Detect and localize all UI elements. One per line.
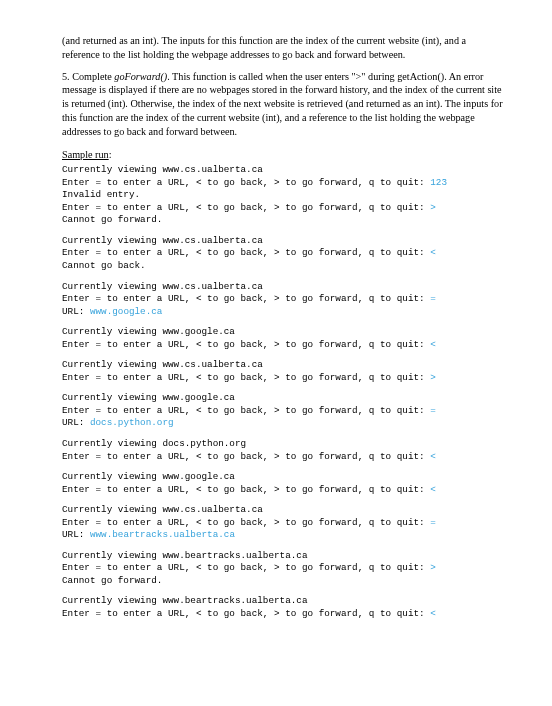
code-line: Currently viewing www.beartracks.ualbert… [62,550,504,563]
code-line: URL: docs.python.org [62,417,504,430]
code-text: Currently viewing www.cs.ualberta.ca [62,164,263,175]
user-input: www.google.ca [90,306,163,317]
paragraph-continuation: (and returned as an int). The inputs for… [62,34,504,62]
code-text: Currently viewing www.beartracks.ualbert… [62,595,307,606]
user-input: 123 [430,177,447,188]
code-text: Cannot go back. [62,260,146,271]
code-block: Currently viewing docs.python.orgEnter =… [62,438,504,463]
code-text: URL: [62,306,90,317]
code-text: Enter = to enter a URL, < to go back, > … [62,339,430,350]
code-line: Enter = to enter a URL, < to go back, > … [62,293,504,306]
document-page: (and returned as an int). The inputs for… [0,0,552,649]
code-text: Currently viewing www.google.ca [62,471,235,482]
code-block: Currently viewing www.google.caEnter = t… [62,392,504,430]
code-text: Cannot go forward. [62,214,162,225]
code-line: Enter = to enter a URL, < to go back, > … [62,562,504,575]
code-block: Currently viewing www.beartracks.ualbert… [62,550,504,588]
code-block: Currently viewing www.cs.ualberta.caEnte… [62,281,504,319]
code-line: Currently viewing www.cs.ualberta.ca [62,504,504,517]
code-text: Enter = to enter a URL, < to go back, > … [62,372,430,383]
code-line: Enter = to enter a URL, < to go back, > … [62,247,504,260]
sample-run-label: Sample run [62,149,109,160]
user-input: < [430,451,436,462]
user-input: > [430,562,436,573]
code-block: Currently viewing www.cs.ualberta.caEnte… [62,235,504,273]
code-line: URL: www.google.ca [62,306,504,319]
function-name: goForward() [114,71,167,82]
code-text: Enter = to enter a URL, < to go back, > … [62,608,430,619]
user-input: < [430,339,436,350]
code-text: Enter = to enter a URL, < to go back, > … [62,293,430,304]
user-input: www.beartracks.ualberta.ca [90,529,235,540]
code-text: URL: [62,529,90,540]
code-block: Currently viewing www.cs.ualberta.caEnte… [62,164,504,227]
code-text: Currently viewing www.google.ca [62,392,235,403]
code-line: Enter = to enter a URL, < to go back, > … [62,517,504,530]
user-input: = [430,517,436,528]
code-text: Invalid entry. [62,189,140,200]
code-block: Currently viewing www.beartracks.ualbert… [62,595,504,620]
user-input: > [430,372,436,383]
code-text: Enter = to enter a URL, < to go back, > … [62,517,430,528]
code-text: Cannot go forward. [62,575,162,586]
sample-run-heading: Sample run: [62,148,504,162]
code-line: Cannot go forward. [62,214,504,227]
code-line: Currently viewing www.google.ca [62,326,504,339]
code-line: Currently viewing www.cs.ualberta.ca [62,359,504,372]
code-line: Enter = to enter a URL, < to go back, > … [62,177,504,190]
code-line: Cannot go forward. [62,575,504,588]
code-text: Currently viewing www.cs.ualberta.ca [62,359,263,370]
code-text: Currently viewing www.google.ca [62,326,235,337]
code-text: Enter = to enter a URL, < to go back, > … [62,405,430,416]
code-line: Currently viewing www.google.ca [62,471,504,484]
code-line: Cannot go back. [62,260,504,273]
code-line: Enter = to enter a URL, < to go back, > … [62,202,504,215]
code-line: Invalid entry. [62,189,504,202]
code-line: Enter = to enter a URL, < to go back, > … [62,339,504,352]
item-number: 5. [62,71,70,82]
code-block: Currently viewing www.cs.ualberta.caEnte… [62,359,504,384]
code-line: Enter = to enter a URL, < to go back, > … [62,405,504,418]
sample-run-output: Currently viewing www.cs.ualberta.caEnte… [62,164,504,620]
code-line: URL: www.beartracks.ualberta.ca [62,529,504,542]
code-line: Enter = to enter a URL, < to go back, > … [62,608,504,621]
user-input: < [430,484,436,495]
code-text: URL: [62,417,90,428]
code-text: Enter = to enter a URL, < to go back, > … [62,451,430,462]
code-line: Currently viewing www.cs.ualberta.ca [62,281,504,294]
sample-run-colon: : [109,149,112,160]
code-text: Currently viewing www.cs.ualberta.ca [62,504,263,515]
code-block: Currently viewing www.cs.ualberta.caEnte… [62,504,504,542]
user-input: = [430,405,436,416]
code-text: Enter = to enter a URL, < to go back, > … [62,202,430,213]
code-line: Currently viewing www.beartracks.ualbert… [62,595,504,608]
user-input: < [430,608,436,619]
code-text: Enter = to enter a URL, < to go back, > … [62,247,430,258]
code-line: Enter = to enter a URL, < to go back, > … [62,484,504,497]
code-line: Currently viewing www.cs.ualberta.ca [62,235,504,248]
code-text: Currently viewing docs.python.org [62,438,246,449]
code-line: Enter = to enter a URL, < to go back, > … [62,372,504,385]
user-input: < [430,247,436,258]
code-line: Enter = to enter a URL, < to go back, > … [62,451,504,464]
code-text: Enter = to enter a URL, < to go back, > … [62,562,430,573]
code-line: Currently viewing docs.python.org [62,438,504,451]
code-block: Currently viewing www.google.caEnter = t… [62,471,504,496]
code-line: Currently viewing www.google.ca [62,392,504,405]
code-block: Currently viewing www.google.caEnter = t… [62,326,504,351]
code-text: Enter = to enter a URL, < to go back, > … [62,177,430,188]
user-input: = [430,293,436,304]
item-lead: Complete [72,71,114,82]
code-text: Enter = to enter a URL, < to go back, > … [62,484,430,495]
user-input: > [430,202,436,213]
code-line: Currently viewing www.cs.ualberta.ca [62,164,504,177]
list-item-5: 5. Complete goForward(). This function i… [62,70,504,139]
user-input: docs.python.org [90,417,174,428]
code-text: Currently viewing www.cs.ualberta.ca [62,235,263,246]
code-text: Currently viewing www.cs.ualberta.ca [62,281,263,292]
code-text: Currently viewing www.beartracks.ualbert… [62,550,307,561]
